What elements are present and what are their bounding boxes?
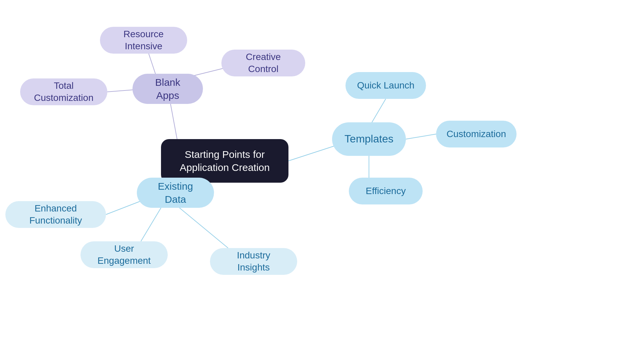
quick-launch-node[interactable]: Quick Launch xyxy=(345,72,426,99)
templates-node[interactable]: Templates xyxy=(332,122,406,156)
central-node[interactable]: Starting Points for Application Creation xyxy=(161,139,288,183)
blank-apps-node[interactable]: Blank Apps xyxy=(132,74,203,104)
user-engagement-node[interactable]: User Engagement xyxy=(80,241,168,268)
efficiency-node[interactable]: Efficiency xyxy=(349,178,423,204)
svg-line-10 xyxy=(141,208,161,241)
svg-line-11 xyxy=(179,208,228,248)
customization-node[interactable]: Customization xyxy=(436,121,517,147)
industry-insights-node[interactable]: Industry Insights xyxy=(210,248,297,275)
svg-line-6 xyxy=(406,134,436,139)
creative-control-node[interactable]: Creative Control xyxy=(221,50,305,76)
connection-lines xyxy=(0,0,644,363)
enhanced-functionality-node[interactable]: Enhanced Functionality xyxy=(5,201,106,228)
mind-map: Starting Points for Application Creation… xyxy=(0,0,644,363)
resource-intensive-node[interactable]: Resource Intensive xyxy=(100,27,187,54)
existing-data-node[interactable]: Existing Data xyxy=(137,178,214,208)
total-customization-node[interactable]: Total Customization xyxy=(20,78,107,105)
